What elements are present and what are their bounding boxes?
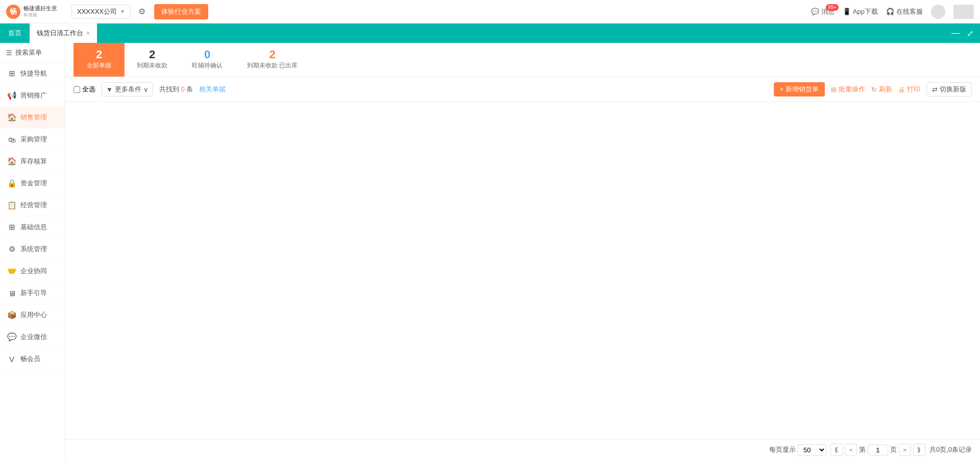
page-size-label: 每页显示 — [769, 445, 796, 454]
found-count: 共找到 0 条 — [159, 85, 193, 94]
sidebar: ☰ 搜索菜单 ⊞ 快捷导航 📢 营销推广 🏠 销售管理 🛍 采购管理 🏠 库存核… — [0, 43, 65, 460]
page-label: 第 — [859, 445, 866, 454]
batch-button[interactable]: ⊞ 批量操作 — [831, 85, 865, 94]
marketing-icon: 📢 — [7, 91, 16, 100]
refresh-label: 刷新 — [879, 85, 892, 94]
wechat-icon: 💬 — [7, 332, 16, 342]
print-button[interactable]: 🖨 打印 — [898, 85, 920, 94]
sidebar-item-sys[interactable]: ⚙ 系统管理 — [0, 238, 65, 260]
inventory-icon: 🏠 — [7, 157, 16, 166]
chevron-down-icon: ∨ — [143, 86, 149, 93]
tab-right-buttons: — ⤢ — [949, 27, 980, 39]
found-prefix: 共找到 — [159, 85, 179, 93]
status-tab-overdue[interactable]: 2 到期未收款 — [125, 43, 180, 77]
search-icon: ☰ — [6, 49, 12, 57]
tab-home[interactable]: 首页 — [0, 23, 30, 43]
sidebar-item-app[interactable]: 📦 应用中心 — [0, 304, 65, 326]
tab-nav: 首页 钱货日清工作台 × — ⤢ — [0, 23, 980, 43]
sidebar-item-sales[interactable]: 🏠 销售管理 — [0, 107, 65, 129]
checkbox-input[interactable] — [74, 86, 80, 93]
settings-icon[interactable]: ⚙ — [135, 5, 149, 19]
tab-label-all: 全部单据 — [87, 61, 111, 70]
sidebar-item-enterprise[interactable]: 🤝 企业协同 — [0, 260, 65, 282]
sidebar-item-label: 应用中心 — [20, 310, 47, 320]
tab-count-all: 2 — [96, 48, 102, 61]
sidebar-item-label: 经营管理 — [20, 201, 47, 210]
new-order-button[interactable]: + 新增销货单 — [774, 82, 825, 96]
sidebar-item-fund[interactable]: 🔒 资金管理 — [0, 173, 65, 195]
tab-label-unshipped: 到期未收款 已出库 — [247, 61, 298, 70]
page-label2: 页 — [890, 445, 897, 454]
content-body: 2 全部单据 2 到期未收款 0 旺辅待确认 2 到期未收款 已出库 — [65, 43, 980, 460]
logo-area: 畅 畅捷通好生意 标准版 — [6, 5, 71, 19]
message-button[interactable]: 💬 消息 99+ — [811, 7, 835, 16]
sidebar-item-label: 快捷导航 — [20, 69, 47, 78]
refresh-button[interactable]: ↻ 刷新 — [871, 85, 892, 94]
related-link[interactable]: 相关单据 — [199, 85, 226, 94]
tab-label: 钱货日清工作台 — [37, 29, 83, 38]
sidebar-item-inventory[interactable]: 🏠 库存核算 — [0, 151, 65, 173]
experience-button[interactable]: 体验行业方案 — [154, 4, 208, 19]
layout: ☰ 搜索菜单 ⊞ 快捷导航 📢 营销推广 🏠 销售管理 🛍 采购管理 🏠 库存核… — [0, 43, 980, 460]
page-size-select[interactable]: 50 100 — [798, 444, 826, 456]
status-tab-pending[interactable]: 0 旺辅待确认 — [180, 43, 235, 77]
top-header: 畅 畅捷通好生意 标准版 XXXXXX公司 ▼ ⚙ 体验行业方案 💬 消息 99… — [0, 0, 980, 23]
minimize-icon[interactable]: — — [949, 27, 962, 39]
sidebar-item-ops[interactable]: 📋 经营管理 — [0, 195, 65, 216]
sidebar-item-marketing[interactable]: 📢 营销推广 — [0, 85, 65, 107]
sidebar-search[interactable]: ☰ 搜索菜单 — [0, 43, 65, 63]
logo-text: 畅捷通好生意 标准版 — [23, 5, 57, 18]
sidebar-item-label: 营销推广 — [20, 91, 47, 100]
chevron-down-icon: ▼ — [120, 9, 125, 14]
sidebar-item-label: 企业协同 — [20, 267, 47, 276]
search-label: 搜索菜单 — [15, 48, 42, 57]
sidebar-item-base[interactable]: ⊞ 基础信息 — [0, 216, 65, 238]
filter-button[interactable]: ▼ 更多条件 ∨ — [102, 82, 153, 96]
company-selector[interactable]: XXXXXX公司 ▼ — [71, 5, 131, 19]
prev-page-button[interactable]: ＜ — [845, 444, 857, 456]
sidebar-item-quick-nav[interactable]: ⊞ 快捷导航 — [0, 63, 65, 85]
status-tab-all[interactable]: 2 全部单据 — [74, 43, 125, 77]
sidebar-item-label: 系统管理 — [20, 245, 47, 254]
guide-icon: 🖥 — [7, 289, 16, 298]
main-content: 2 全部单据 2 到期未收款 0 旺辅待确认 2 到期未收款 已出库 — [65, 43, 980, 460]
pagination: 每页显示 50 100 ⟪ ＜ 第 页 ＞ ⟫ 共0页,0条记录 — [65, 439, 980, 460]
select-all-checkbox[interactable]: 全选 — [74, 85, 95, 94]
online-service-button[interactable]: 🎧 在线客服 — [886, 7, 923, 16]
sidebar-item-label: 销售管理 — [20, 113, 47, 122]
page-nav: ⟪ ＜ 第 页 ＞ ⟫ — [830, 444, 925, 456]
last-page-button[interactable]: ⟫ — [913, 444, 925, 456]
sidebar-item-guide[interactable]: 🖥 新手引导 — [0, 282, 65, 304]
header-right: 💬 消息 99+ 📱 App下载 🎧 在线客服 — [811, 5, 974, 19]
page-number-input[interactable] — [868, 445, 888, 455]
sidebar-item-member[interactable]: V 畅会员 — [0, 348, 65, 370]
sidebar-item-purchase[interactable]: 🛍 采购管理 — [0, 129, 65, 151]
page-size-selector: 每页显示 50 100 — [769, 444, 826, 456]
maximize-icon[interactable]: ⤢ — [964, 27, 976, 39]
sidebar-item-label: 采购管理 — [20, 135, 47, 144]
app-download-label: App下载 — [853, 7, 878, 16]
ops-icon: 📋 — [7, 201, 16, 210]
app-download-button[interactable]: 📱 App下载 — [843, 7, 878, 16]
tab-count-pending: 0 — [204, 48, 210, 61]
toolbar-left: 全选 ▼ 更多条件 ∨ 共找到 0 条 相关单据 — [74, 82, 226, 96]
sidebar-item-label: 新手引导 — [20, 288, 47, 298]
company-name: XXXXXX公司 — [77, 7, 117, 16]
first-page-button[interactable]: ⟪ — [830, 444, 843, 456]
status-tab-unshipped[interactable]: 2 到期未收款 已出库 — [235, 43, 310, 77]
avatar[interactable] — [931, 5, 945, 19]
message-icon: 💬 — [811, 8, 819, 15]
toolbar-right: + 新增销货单 ⊞ 批量操作 ↻ 刷新 🖨 打印 ⇄ — [774, 82, 972, 96]
select-all-label: 全选 — [82, 85, 95, 94]
next-page-button[interactable]: ＞ — [899, 444, 911, 456]
tab-count-overdue: 2 — [149, 48, 155, 61]
found-unit: 条 — [186, 85, 193, 93]
user-info[interactable] — [953, 5, 974, 19]
service-icon: 🎧 — [886, 8, 894, 15]
tab-active[interactable]: 钱货日清工作台 × — [30, 23, 97, 43]
sidebar-item-label: 畅会员 — [20, 354, 40, 364]
tab-close-button[interactable]: × — [86, 30, 90, 37]
found-number: 0 — [181, 85, 185, 93]
sidebar-item-wechat[interactable]: 💬 企业微信 — [0, 326, 65, 348]
switch-version-button[interactable]: ⇄ 切换新版 — [926, 82, 972, 96]
